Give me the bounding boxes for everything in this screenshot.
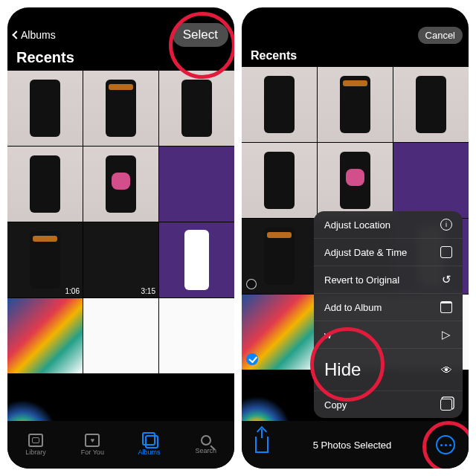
tab-label: Albums: [138, 448, 161, 456]
photo-tile[interactable]: [159, 147, 234, 222]
tab-search[interactable]: Search: [178, 421, 234, 469]
photo-tile[interactable]: [393, 67, 469, 142]
video-tile[interactable]: 1:06: [7, 222, 83, 298]
video-tile[interactable]: [242, 219, 317, 294]
photo-tile[interactable]: [159, 71, 234, 146]
selection-count: 5 Photos Selected: [313, 440, 392, 451]
menu-label: Adjust Location: [324, 219, 390, 231]
album-icon: [440, 301, 452, 313]
copy-icon: [440, 399, 452, 411]
menu-copy[interactable]: Copy: [314, 391, 463, 418]
screen-selection-menu: Cancel Recents 1,13 Adjust Location: [242, 7, 469, 469]
select-button[interactable]: Select: [173, 23, 228, 47]
back-button[interactable]: Albums: [13, 29, 56, 41]
video-duration: 1:06: [65, 287, 80, 295]
calendar-icon: [440, 246, 452, 258]
video-tile[interactable]: 3:15: [83, 222, 158, 298]
search-icon: [201, 435, 211, 446]
share-button[interactable]: [255, 437, 268, 453]
menu-label: Adjust Date & Time: [324, 247, 407, 258]
photo-tile[interactable]: [83, 147, 158, 222]
tab-albums[interactable]: Albums: [121, 421, 178, 469]
page-title: Recents: [242, 48, 469, 67]
screen-album-view: Albums Select Recents 1:06 3:15 1,131 Ph…: [7, 7, 234, 469]
photo-tile[interactable]: [83, 71, 158, 146]
photo-tile[interactable]: [242, 143, 317, 218]
menu-slideshow[interactable]: w ▷: [314, 321, 463, 349]
menu-revert[interactable]: Revert to Original ↺: [314, 266, 463, 294]
library-icon: [28, 434, 43, 447]
menu-label: Add to Album: [324, 302, 382, 313]
menu-label: Hide: [324, 359, 361, 380]
revert-icon: ↺: [440, 274, 452, 286]
unselected-indicator: [246, 279, 257, 289]
photo-tile[interactable]: [318, 67, 393, 142]
selected-checkmark-icon: [246, 353, 258, 365]
tab-label: Library: [25, 448, 46, 456]
tab-library[interactable]: Library: [7, 421, 64, 469]
eye-slash-icon: 👁: [440, 364, 452, 376]
tabbar: Library For You Albums Search: [7, 421, 234, 469]
cancel-button[interactable]: Cancel: [418, 27, 463, 44]
navbar: Albums Select: [7, 22, 234, 48]
menu-label: w: [324, 329, 331, 341]
statusbar: [242, 7, 469, 22]
photo-grid: 1:06 3:15: [7, 71, 234, 449]
photo-tile[interactable]: [159, 222, 234, 298]
photo-tile[interactable]: [159, 298, 234, 373]
page-title: Recents: [7, 48, 234, 71]
tab-label: For You: [81, 448, 104, 456]
more-button[interactable]: [436, 435, 455, 454]
for-you-icon: [85, 434, 100, 447]
photo-tile-selected[interactable]: [242, 295, 317, 370]
photo-tile[interactable]: [242, 67, 317, 142]
back-label: Albums: [21, 29, 56, 41]
info-icon: i: [440, 219, 452, 231]
photo-tile[interactable]: [7, 298, 83, 373]
context-menu: Adjust Location i Adjust Date & Time Rev…: [314, 211, 463, 418]
menu-adjust-datetime[interactable]: Adjust Date & Time: [314, 239, 463, 266]
photo-tile[interactable]: [393, 143, 469, 218]
photo-tile[interactable]: [7, 71, 83, 146]
chevron-left-icon: [12, 30, 20, 39]
navbar: Cancel: [242, 22, 469, 48]
photo-tile[interactable]: [7, 147, 83, 222]
photo-tile[interactable]: [318, 143, 393, 218]
video-duration: 3:15: [141, 287, 155, 295]
play-icon: ▷: [440, 329, 452, 341]
statusbar: [7, 7, 234, 22]
selection-toolbar: 5 Photos Selected: [242, 421, 469, 469]
albums-icon: [142, 434, 157, 447]
menu-adjust-location[interactable]: Adjust Location i: [314, 211, 463, 239]
photo-tile[interactable]: [83, 298, 158, 373]
menu-label: Copy: [324, 399, 347, 411]
menu-add-to-album[interactable]: Add to Album: [314, 294, 463, 321]
menu-label: Revert to Original: [324, 274, 399, 286]
tab-for-you[interactable]: For You: [64, 421, 120, 469]
menu-hide[interactable]: Hide 👁: [314, 349, 463, 391]
